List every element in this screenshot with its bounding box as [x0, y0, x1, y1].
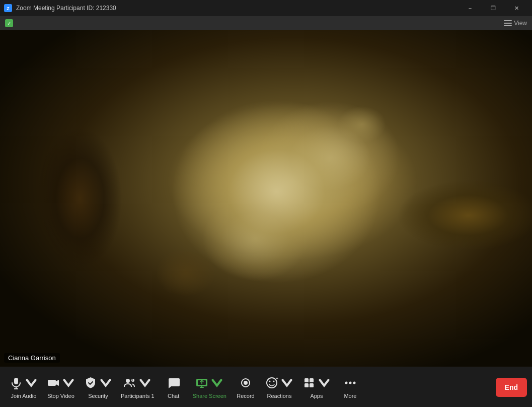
- participant-name-label: Cianna Garrison: [4, 353, 60, 363]
- reactions-icon: +: [265, 376, 279, 390]
- svg-rect-22: [310, 378, 314, 382]
- snake-image: [0, 30, 532, 367]
- security-button[interactable]: Security: [80, 373, 117, 402]
- shield-icon: ✓: [5, 19, 13, 27]
- join-audio-icon-area: [9, 376, 38, 390]
- view-icon: [504, 20, 512, 26]
- titlebar-left: Z Zoom Meeting Participant ID: 212330: [4, 4, 116, 12]
- end-button[interactable]: End: [496, 378, 527, 397]
- microphone-icon: [9, 376, 23, 390]
- apps-chevron-icon: [317, 376, 331, 390]
- minimize-button[interactable]: −: [459, 0, 482, 16]
- titlebar: Z Zoom Meeting Participant ID: 212330 − …: [0, 0, 532, 16]
- svg-rect-2: [504, 20, 512, 21]
- reactions-label: Reactions: [267, 393, 291, 399]
- close-button[interactable]: ✕: [505, 0, 528, 16]
- record-label: Record: [237, 393, 254, 399]
- svg-point-18: [269, 380, 270, 382]
- svg-rect-5: [14, 378, 18, 384]
- security-label: Security: [88, 393, 108, 399]
- svg-rect-24: [310, 383, 314, 387]
- svg-point-27: [353, 381, 355, 384]
- more-dots-icon: [343, 376, 357, 390]
- share-screen-label: Share Screen: [193, 393, 226, 399]
- join-audio-chevron-icon: [24, 376, 38, 390]
- view-button[interactable]: View: [504, 20, 527, 27]
- join-audio-label: Join Audio: [11, 393, 37, 399]
- participants-icon: 1: [123, 376, 137, 390]
- view-label: View: [514, 20, 527, 27]
- record-icon-area: [239, 376, 253, 390]
- participants-icon-area: 1: [123, 376, 152, 390]
- security-chevron-icon: [99, 376, 113, 390]
- participants-label: Participants 1: [121, 393, 155, 399]
- record-icon: [239, 376, 253, 390]
- chat-button[interactable]: Chat: [159, 373, 189, 402]
- svg-point-17: [267, 378, 277, 388]
- svg-rect-23: [305, 383, 309, 387]
- titlebar-title: Zoom Meeting Participant ID: 212330: [16, 5, 116, 12]
- titlebar-controls: − ❐ ✕: [459, 0, 528, 16]
- svg-rect-8: [48, 380, 56, 386]
- stop-video-chevron-icon: [61, 376, 75, 390]
- security-icon-area: [84, 376, 113, 390]
- more-label: More: [344, 393, 356, 399]
- chat-label: Chat: [168, 393, 179, 399]
- record-button[interactable]: Record: [231, 373, 261, 402]
- reactions-icon-area: +: [265, 376, 294, 390]
- restore-button[interactable]: ❐: [482, 0, 505, 16]
- participants-button[interactable]: 1 Participants 1: [117, 373, 159, 402]
- svg-rect-21: [305, 378, 309, 382]
- share-screen-icon: [195, 376, 209, 390]
- join-audio-button[interactable]: Join Audio: [5, 373, 42, 402]
- stop-video-icon-area: [46, 376, 75, 390]
- share-screen-icon-area: [195, 376, 224, 390]
- apps-icon: [302, 376, 316, 390]
- video-background: [0, 30, 532, 367]
- svg-rect-4: [504, 25, 512, 26]
- more-button[interactable]: More: [335, 373, 365, 402]
- more-icon-area: [343, 376, 357, 390]
- apps-label: Apps: [310, 393, 323, 399]
- securitybar: ✓ View: [0, 16, 532, 30]
- svg-text:Z: Z: [7, 6, 10, 11]
- camera-icon: [46, 376, 60, 390]
- toolbar: Join Audio Stop Video Security: [0, 367, 532, 407]
- apps-icon-area: [302, 376, 331, 390]
- svg-point-16: [244, 381, 248, 385]
- svg-text:+: +: [276, 376, 278, 381]
- zoom-logo-icon: Z: [4, 4, 12, 12]
- stop-video-button[interactable]: Stop Video: [42, 373, 80, 402]
- svg-point-26: [349, 381, 351, 384]
- video-area: Cianna Garrison: [0, 30, 532, 367]
- chat-icon-area: [167, 376, 181, 390]
- reactions-chevron-icon: [280, 376, 294, 390]
- svg-point-25: [345, 381, 347, 384]
- svg-point-19: [273, 380, 274, 382]
- reactions-button[interactable]: + Reactions: [261, 373, 298, 402]
- shield-toolbar-icon: [84, 376, 98, 390]
- participants-chevron-icon: [138, 376, 152, 390]
- svg-point-9: [126, 379, 130, 383]
- stop-video-label: Stop Video: [47, 393, 74, 399]
- share-screen-button[interactable]: Share Screen: [189, 373, 231, 402]
- share-screen-chevron-icon: [210, 376, 224, 390]
- apps-button[interactable]: Apps: [298, 373, 335, 402]
- svg-rect-3: [504, 23, 512, 24]
- chat-icon: [167, 376, 181, 390]
